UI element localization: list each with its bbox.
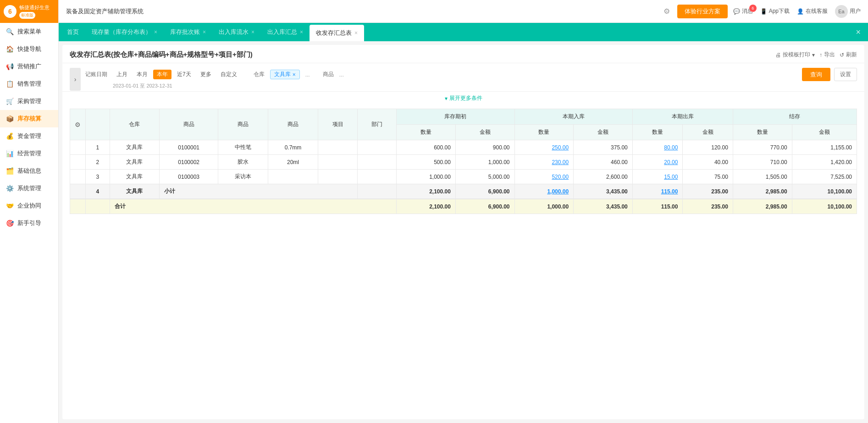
row-in-qty[interactable]: 250.00 [514, 140, 574, 155]
row-out-qty[interactable]: 20.00 [632, 155, 683, 170]
tab-batch_account[interactable]: 库存批次账× [164, 23, 212, 41]
date-btn-本月[interactable]: 本月 [133, 70, 151, 79]
trial-button[interactable]: 体验行业方案 [677, 5, 728, 18]
system-name: 装备及固定资产辅助管理系统 [66, 7, 656, 16]
tab-close-inout_summary[interactable]: × [300, 29, 303, 35]
tab-inout_summary[interactable]: 出入库汇总× [261, 23, 310, 41]
refresh-button[interactable]: ↺ 刷新 [840, 51, 857, 59]
tab-close-receipt_summary[interactable]: × [354, 30, 358, 36]
sales-icon: 📋 [6, 80, 14, 88]
sidebar-item-enterprise[interactable]: 🤝 企业协同 [0, 197, 58, 214]
page-inner: 收发存汇总表(按仓库+商品编码+商品+规格型号+项目+部门) 🖨 按模板打印 ▾… [62, 45, 864, 419]
date-btn-本年[interactable]: 本年 [153, 70, 171, 79]
sidebar-item-sales[interactable]: 📋 销售管理 [0, 75, 58, 93]
row-in-amt: 460.00 [574, 155, 633, 170]
row-code: 0100001 [159, 140, 218, 155]
sidebar-item-system[interactable]: ⚙️ 系统管理 [0, 180, 58, 197]
print-button[interactable]: 🖨 按模板打印 ▾ [775, 51, 815, 59]
sidebar-item-marketing[interactable]: 📢 营销推广 [0, 58, 58, 75]
sidebar-item-quick_nav[interactable]: 🏠 快捷导航 [0, 40, 58, 58]
marketing-icon: 📢 [6, 62, 14, 71]
export-button[interactable]: ↑ 导出 [819, 51, 835, 59]
sidebar-item-finance[interactable]: 💰 资金管理 [0, 127, 58, 145]
row-code: 0100002 [159, 155, 218, 170]
date-btn-自定义[interactable]: 自定义 [217, 70, 241, 79]
sub-dept [357, 184, 396, 199]
tab-close-inout_flow[interactable]: × [251, 29, 254, 35]
col-dept-header: 部门 [357, 109, 396, 140]
row-settings[interactable] [70, 170, 86, 184]
total-out-qty: 115.00 [632, 199, 683, 214]
warehouse-tag[interactable]: 文具库 × [270, 70, 300, 79]
gear-icon[interactable]: ⚙ [662, 5, 672, 17]
total-in-amt: 3,435.00 [574, 199, 633, 214]
sidebar-item-search[interactable]: 🔍 搜索菜单 [0, 23, 58, 40]
sub-out-qty[interactable]: 115.00 [632, 184, 683, 199]
settings-button[interactable]: 设置 [834, 68, 857, 81]
newbie-icon: 🎯 [6, 219, 14, 227]
col-out-group: 本期出库 [632, 109, 733, 125]
row-in-qty[interactable]: 230.00 [514, 155, 574, 170]
filter-toggle[interactable]: › [70, 68, 81, 91]
sidebar-item-inventory[interactable]: 📦 库存核算 [0, 110, 58, 127]
messages-button[interactable]: 💬 消息 6 [733, 7, 753, 15]
page-header: 收发存汇总表(按仓库+商品编码+商品+规格型号+项目+部门) 🖨 按模板打印 ▾… [62, 45, 864, 63]
goods-more[interactable]: ... [339, 71, 344, 78]
system-icon: ⚙️ [6, 184, 14, 192]
sidebar-item-newbie[interactable]: 🎯 新手引导 [0, 214, 58, 232]
sidebar-item-operations[interactable]: 📊 经营管理 [0, 145, 58, 162]
sub-opening-qty: 2,100.00 [397, 184, 456, 199]
user-menu[interactable]: Ea 用户 [835, 5, 861, 18]
warehouse-more[interactable]: ... [305, 71, 310, 78]
row-out-qty[interactable]: 15.00 [632, 170, 683, 184]
row-project [318, 170, 357, 184]
data-table: ⚙ 仓库 商品 商品 商品 项目 部门 库存期初 本期入库 本期出库 [70, 109, 857, 214]
app-download-button[interactable]: 📱 App下载 [760, 7, 790, 15]
export-label: 导出 [824, 51, 835, 59]
row-spec: 20ml [268, 155, 318, 170]
page-content: 收发存汇总表(按仓库+商品编码+商品+规格型号+项目+部门) 🖨 按模板打印 ▾… [59, 41, 868, 423]
inventory-icon: 📦 [6, 115, 14, 123]
tab-receipt_summary[interactable]: 收发存汇总表× [310, 25, 364, 41]
print-label: 按模板打印 [783, 51, 810, 59]
table-row: 3 文具库 0100003 采访本 1,000.00 5,000.00 520.… [70, 170, 857, 184]
tab-home[interactable]: 首页 [61, 23, 85, 41]
tab-close-batch_account[interactable]: × [203, 29, 206, 35]
row-settings[interactable] [70, 140, 86, 155]
sub-in-qty[interactable]: 1,000.00 [514, 184, 574, 199]
date-btn-上月[interactable]: 上月 [113, 70, 131, 79]
row-in-qty[interactable]: 520.00 [514, 170, 574, 184]
date-btn-更多[interactable]: 更多 [197, 70, 215, 79]
tab-label-receipt_summary: 收发存汇总表 [316, 29, 352, 37]
date-filter-label: 记账日期 [85, 71, 107, 78]
expand-more-row[interactable]: ▾ 展开更多条件 [62, 91, 864, 105]
warehouse-tag-close[interactable]: × [293, 71, 296, 78]
app-name: 畅捷通好生意 [19, 4, 50, 11]
row-out-qty[interactable]: 80.00 [632, 140, 683, 155]
print-dropdown-icon: ▾ [812, 52, 815, 58]
sidebar-item-basic_info[interactable]: 🗂️ 基础信息 [0, 162, 58, 180]
tab-bar-close[interactable]: × [850, 27, 866, 37]
table-settings-icon[interactable]: ⚙ [75, 121, 81, 128]
tab-inventory_dist[interactable]: 现存量（库存分布表）× [85, 23, 164, 41]
app-download-label: App下载 [769, 7, 790, 15]
tab-label-home: 首页 [67, 28, 79, 36]
row-settings[interactable] [70, 155, 86, 170]
date-btn-近7天[interactable]: 近7天 [173, 70, 195, 79]
tab-inout_flow[interactable]: 出入库流水× [212, 23, 261, 41]
sidebar-item-purchase[interactable]: 🛒 采购管理 [0, 93, 58, 110]
tab-close-inventory_dist[interactable]: × [154, 29, 157, 35]
header-right-actions: 💬 消息 6 📱 App下载 👤 在线客服 Ea 用户 [733, 5, 861, 18]
date-buttons: 上月本月本年近7天更多自定义 [113, 70, 241, 79]
sidebar-item-label-finance: 资金管理 [17, 132, 41, 140]
row-out-amt: 120.00 [683, 140, 733, 155]
basic_info-icon: 🗂️ [6, 167, 14, 175]
row-balance-amt: 7,525.00 [792, 170, 857, 184]
query-button[interactable]: 查询 [802, 68, 830, 81]
print-icon: 🖨 [775, 52, 781, 58]
col-project-header: 项目 [318, 109, 357, 140]
row-warehouse: 文具库 [110, 140, 159, 155]
online-service-button[interactable]: 👤 在线客服 [797, 7, 828, 15]
row-opening-qty: 500.00 [397, 155, 456, 170]
row-spec [268, 170, 318, 184]
